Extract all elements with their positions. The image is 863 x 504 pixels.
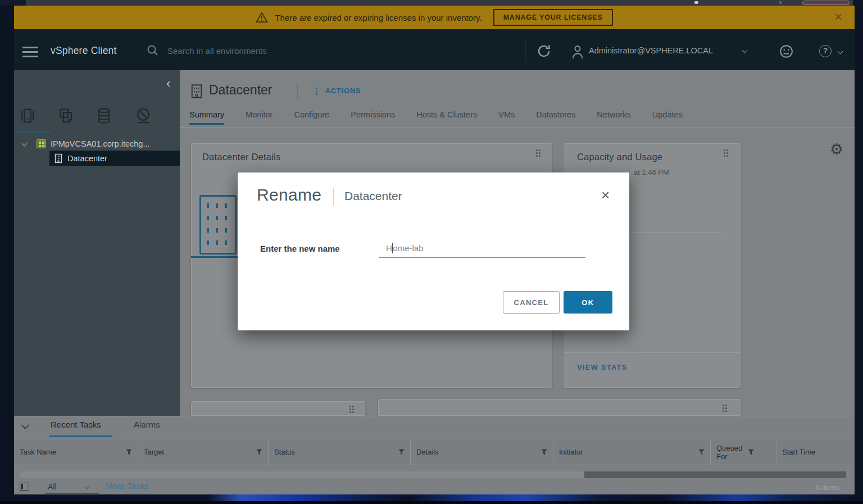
chrome-address-pill [802, 1, 850, 5]
help-icon[interactable]: ? [819, 45, 832, 57]
custom-attributes-panel [191, 401, 365, 416]
filter-underline [45, 493, 99, 494]
search-placeholder: Search in all environments [167, 46, 267, 56]
banner-message: There are expired or expiring licenses i… [275, 13, 482, 22]
column-status[interactable]: Status [269, 439, 411, 465]
column-task-name[interactable]: Task Name [14, 439, 138, 465]
storage-tab-icon[interactable] [94, 106, 113, 126]
datacenter-illustration-base [191, 256, 243, 258]
screen-bottom-edge [0, 501, 863, 504]
search-icon [146, 44, 160, 57]
page-title: Datacenter [209, 83, 272, 98]
vms-templates-tab-icon[interactable] [56, 106, 75, 126]
header-divider [525, 38, 526, 61]
vcenter-icon [37, 139, 46, 148]
chrome-left-corner [0, 0, 26, 6]
active-object-tab-underline [17, 131, 51, 133]
drag-handle-icon[interactable] [723, 405, 728, 412]
hamburger-menu-icon[interactable] [22, 47, 38, 58]
tab-updates[interactable]: Updates [652, 110, 683, 125]
tab-hosts-clusters[interactable]: Hosts & Clusters [416, 110, 477, 125]
tab-configure[interactable]: Configure [294, 110, 329, 125]
app-header [14, 29, 855, 70]
manage-licenses-button[interactable]: MANAGE YOUR LICENSES [493, 9, 613, 26]
tab-networks[interactable]: Networks [597, 110, 630, 125]
dialog-title-divider [333, 188, 334, 206]
panel-title: Capacity and Usage [577, 152, 662, 162]
tab-alarms[interactable]: Alarms [134, 420, 160, 429]
column-details[interactable]: Details [411, 439, 553, 465]
user-menu[interactable]: Administrator@VSPHERE.LOCAL [589, 46, 713, 55]
tab-permissions[interactable]: Permissions [351, 110, 395, 125]
drawer-pane-toggle-icon[interactable] [20, 483, 29, 491]
input-text-before-caret: H [386, 243, 392, 253]
warning-icon [256, 12, 268, 23]
tree-item-vcenter[interactable]: IPMpVCSA01.corp.itechg... [17, 136, 180, 151]
tab-vms[interactable]: VMs [498, 110, 515, 125]
user-icon [570, 44, 585, 60]
panel-footer-divider [564, 352, 740, 353]
tab-datastores[interactable]: Datastores [536, 110, 575, 125]
funnel-icon[interactable] [698, 449, 705, 456]
more-tasks-link[interactable]: More Tasks [106, 481, 148, 491]
drag-handle-icon[interactable] [536, 149, 541, 157]
cancel-button[interactable]: CANCEL [503, 291, 560, 314]
ok-button[interactable]: OK [564, 291, 612, 314]
object-tabs: Summary Monitor Configure Permissions Ho… [189, 110, 683, 125]
tab-summary[interactable]: Summary [189, 110, 224, 125]
funnel-icon[interactable] [256, 449, 262, 456]
license-warning-banner: There are expired or expiring licenses i… [14, 6, 855, 29]
rename-field-label: Enter the new name [260, 244, 340, 253]
global-search-input[interactable]: Search in all environments [146, 44, 267, 57]
tab-monitor[interactable]: Monitor [246, 110, 272, 125]
vertical-dots-icon: ⋮ [312, 86, 321, 96]
dialog-object-name: Datacenter [344, 189, 402, 203]
dialog-close-icon[interactable]: × [601, 188, 610, 202]
banner-close-icon[interactable]: × [835, 10, 842, 24]
funnel-icon[interactable] [398, 449, 405, 456]
active-task-tab-underline [49, 435, 112, 437]
datacenter-icon [54, 153, 63, 164]
view-stats-link[interactable]: VIEW STATS [577, 363, 628, 371]
panel-title: Datacenter Details [202, 152, 280, 162]
hosts-clusters-tab-icon[interactable] [18, 106, 37, 126]
funnel-icon[interactable] [541, 449, 547, 456]
app-title: vSphere Client [51, 45, 117, 57]
column-queued-for[interactable]: Queued For [711, 439, 776, 465]
datacenter-illustration [199, 195, 237, 255]
items-count: 0 items [816, 483, 839, 492]
column-initiator[interactable]: Initiator [553, 439, 711, 465]
dialog-title: Rename [257, 185, 321, 205]
desktop-wallpaper-strip [14, 494, 855, 501]
actions-label: ACTIONS [325, 87, 361, 95]
feedback-smiley-icon[interactable] [779, 44, 794, 59]
refresh-icon[interactable] [535, 43, 552, 60]
networking-tab-icon[interactable] [134, 106, 153, 126]
rename-input[interactable]: H ome-lab [379, 239, 585, 258]
actions-menu-button[interactable]: ⋮ ACTIONS [312, 86, 361, 96]
tree-item-label: IPMpVCSA01.corp.itechg... [51, 139, 150, 148]
drag-handle-icon[interactable] [349, 406, 355, 414]
tree-item-datacenter[interactable]: Datacenter [49, 151, 180, 166]
funnel-icon[interactable] [126, 449, 132, 456]
datacenter-title-icon [190, 84, 203, 99]
chrome-caret-icon: ∨ [779, 0, 784, 5]
title-divider [297, 83, 298, 100]
tasks-filter-select[interactable]: All [48, 482, 57, 491]
tabs-divider [180, 127, 855, 128]
horizontal-scrollbar-thumb[interactable] [20, 471, 584, 478]
tags-panel [378, 399, 741, 416]
column-start-time[interactable]: Start Time [776, 439, 847, 465]
input-text-after-caret: ome-lab [393, 243, 423, 253]
funnel-icon[interactable] [748, 449, 754, 456]
tree-expand-chevron-icon[interactable] [22, 141, 28, 147]
chrome-right-corner [853, 0, 863, 6]
tab-recent-tasks[interactable]: Recent Tasks [51, 420, 101, 429]
gear-icon[interactable]: ⚙ [830, 140, 843, 158]
sidebar-collapse-icon[interactable]: ‹ [166, 78, 170, 89]
chrome-tab-icon [694, 1, 698, 4]
column-target[interactable]: Target [138, 439, 269, 465]
tree-item-label: Datacenter [67, 154, 107, 163]
last-updated-text: at 1:46 PM [634, 168, 669, 176]
drag-handle-icon[interactable] [724, 149, 729, 157]
